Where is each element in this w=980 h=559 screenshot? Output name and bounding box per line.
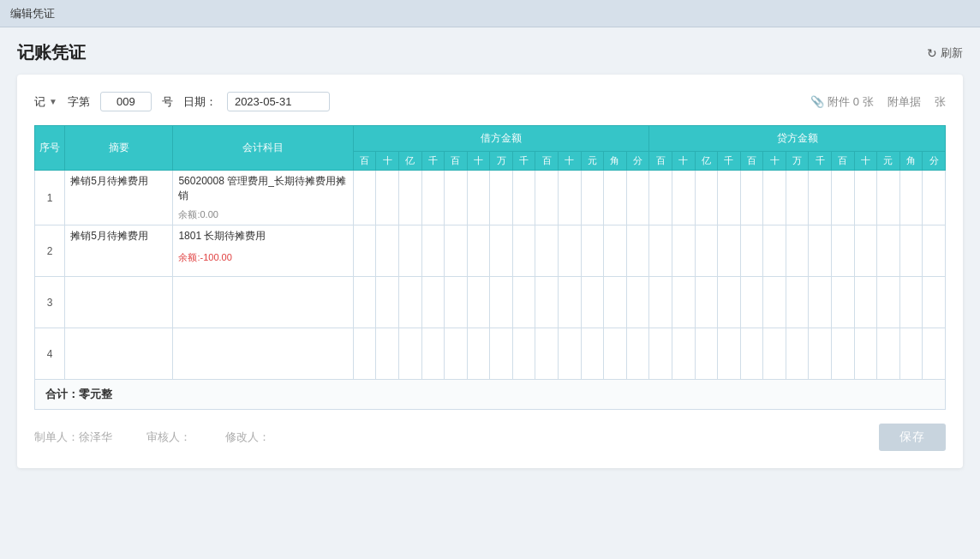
voucher-type-select[interactable]: 记 ▼ (34, 94, 57, 110)
row3-credit-digit-6[interactable] (763, 277, 786, 328)
row4-debit-digit-3[interactable] (399, 328, 422, 380)
row1-credit-digit-9[interactable] (831, 171, 854, 225)
row1-credit-digit-10[interactable] (854, 171, 877, 225)
row2-debit-digit-4[interactable] (421, 225, 445, 277)
row1-credit-digit-12[interactable] (899, 171, 923, 225)
row1-debit-digit-13[interactable] (626, 171, 649, 225)
row3-debit-digit-10[interactable] (559, 277, 582, 328)
row2-credit-digit-10[interactable] (854, 225, 877, 277)
row4-credit-digit-4[interactable] (718, 328, 741, 380)
row2-credit-digit-7[interactable] (786, 225, 809, 277)
row-summary-4[interactable] (65, 328, 173, 380)
row1-debit-digit-4[interactable] (421, 171, 445, 225)
row1-debit-digit-3[interactable] (399, 171, 422, 225)
row3-debit-digit-2[interactable] (376, 277, 399, 328)
row3-credit-digit-8[interactable] (809, 277, 832, 328)
row2-credit-digit-13[interactable] (923, 225, 946, 277)
row4-credit-digit-10[interactable] (854, 328, 877, 380)
row2-credit-digit-12[interactable] (899, 225, 923, 277)
row1-debit-digit-11[interactable] (581, 171, 604, 225)
row4-debit-digit-7[interactable] (490, 328, 513, 380)
row3-debit-digit-1[interactable] (353, 277, 376, 328)
row2-debit-digit-5[interactable] (445, 225, 468, 277)
row3-credit-digit-12[interactable] (899, 277, 923, 328)
row4-credit-digit-1[interactable] (649, 328, 672, 380)
row3-credit-digit-9[interactable] (831, 277, 854, 328)
row2-credit-digit-6[interactable] (763, 225, 786, 277)
row2-debit-digit-9[interactable] (535, 225, 559, 277)
row4-credit-digit-8[interactable] (809, 328, 832, 380)
row4-credit-digit-3[interactable] (695, 328, 718, 380)
row4-debit-digit-4[interactable] (421, 328, 445, 380)
row4-credit-digit-7[interactable] (786, 328, 809, 380)
table-row[interactable]: 4 (35, 328, 946, 380)
row4-credit-digit-13[interactable] (923, 328, 946, 380)
row3-debit-digit-13[interactable] (626, 277, 649, 328)
row4-debit-digit-8[interactable] (512, 328, 535, 380)
refresh-button[interactable]: ↻ 刷新 (927, 45, 963, 61)
row4-debit-digit-9[interactable] (535, 328, 559, 380)
row1-debit-digit-7[interactable] (490, 171, 513, 225)
row1-credit-digit-11[interactable] (877, 171, 900, 225)
row1-credit-digit-5[interactable] (740, 171, 763, 225)
voucher-number-input[interactable] (100, 92, 152, 111)
row2-debit-digit-2[interactable] (376, 225, 399, 277)
row-account-2[interactable]: 1801 长期待摊费用余额:-100.00 (173, 225, 353, 277)
row1-debit-digit-10[interactable] (559, 171, 582, 225)
row2-credit-digit-3[interactable] (695, 225, 718, 277)
row1-credit-digit-3[interactable] (695, 171, 718, 225)
row1-debit-digit-1[interactable] (353, 171, 376, 225)
row4-debit-digit-12[interactable] (604, 328, 627, 380)
attachment-link[interactable]: 📎 附件 0 张 (810, 94, 874, 110)
row4-debit-digit-2[interactable] (376, 328, 399, 380)
row2-debit-digit-6[interactable] (467, 225, 490, 277)
row-account-4[interactable] (173, 328, 353, 380)
row1-debit-digit-9[interactable] (535, 171, 559, 225)
row4-credit-digit-2[interactable] (672, 328, 695, 380)
row4-debit-digit-6[interactable] (467, 328, 490, 380)
row3-debit-digit-9[interactable] (535, 277, 559, 328)
row2-debit-digit-7[interactable] (490, 225, 513, 277)
row3-debit-digit-7[interactable] (490, 277, 513, 328)
row4-credit-digit-12[interactable] (899, 328, 923, 380)
row2-credit-digit-4[interactable] (718, 225, 741, 277)
table-row[interactable]: 3 (35, 277, 946, 328)
row2-debit-digit-10[interactable] (559, 225, 582, 277)
row2-debit-digit-13[interactable] (626, 225, 649, 277)
row1-debit-digit-2[interactable] (376, 171, 399, 225)
row-summary-2[interactable]: 摊销5月待摊费用 (65, 225, 173, 277)
row4-credit-digit-9[interactable] (831, 328, 854, 380)
row4-credit-digit-6[interactable] (763, 328, 786, 380)
row4-debit-digit-1[interactable] (353, 328, 376, 380)
row3-debit-digit-5[interactable] (445, 277, 468, 328)
save-button[interactable]: 保存 (879, 424, 946, 451)
row2-debit-digit-11[interactable] (581, 225, 604, 277)
row3-debit-digit-12[interactable] (604, 277, 627, 328)
row2-credit-digit-5[interactable] (740, 225, 763, 277)
row1-credit-digit-2[interactable] (672, 171, 695, 225)
row3-credit-digit-7[interactable] (786, 277, 809, 328)
row2-credit-digit-1[interactable] (649, 225, 672, 277)
row4-debit-digit-13[interactable] (626, 328, 649, 380)
row4-debit-digit-10[interactable] (559, 328, 582, 380)
row2-credit-digit-2[interactable] (672, 225, 695, 277)
table-row[interactable]: 1摊销5月待摊费用56020008 管理费用_长期待摊费用摊销余额:0.00 (35, 171, 946, 225)
row3-debit-digit-11[interactable] (581, 277, 604, 328)
row3-credit-digit-11[interactable] (877, 277, 900, 328)
row2-debit-digit-8[interactable] (512, 225, 535, 277)
row3-credit-digit-2[interactable] (672, 277, 695, 328)
row1-debit-digit-8[interactable] (512, 171, 535, 225)
row3-credit-digit-13[interactable] (923, 277, 946, 328)
row4-debit-digit-5[interactable] (445, 328, 468, 380)
row4-credit-digit-5[interactable] (740, 328, 763, 380)
table-row[interactable]: 2摊销5月待摊费用1801 长期待摊费用余额:-100.00 (35, 225, 946, 277)
row3-credit-digit-4[interactable] (718, 277, 741, 328)
row3-debit-digit-8[interactable] (512, 277, 535, 328)
row3-credit-digit-5[interactable] (740, 277, 763, 328)
row1-credit-digit-6[interactable] (763, 171, 786, 225)
date-input[interactable] (227, 92, 330, 111)
row1-debit-digit-12[interactable] (604, 171, 627, 225)
row2-debit-digit-1[interactable] (353, 225, 376, 277)
row1-credit-digit-13[interactable] (923, 171, 946, 225)
row-summary-3[interactable] (65, 277, 173, 328)
